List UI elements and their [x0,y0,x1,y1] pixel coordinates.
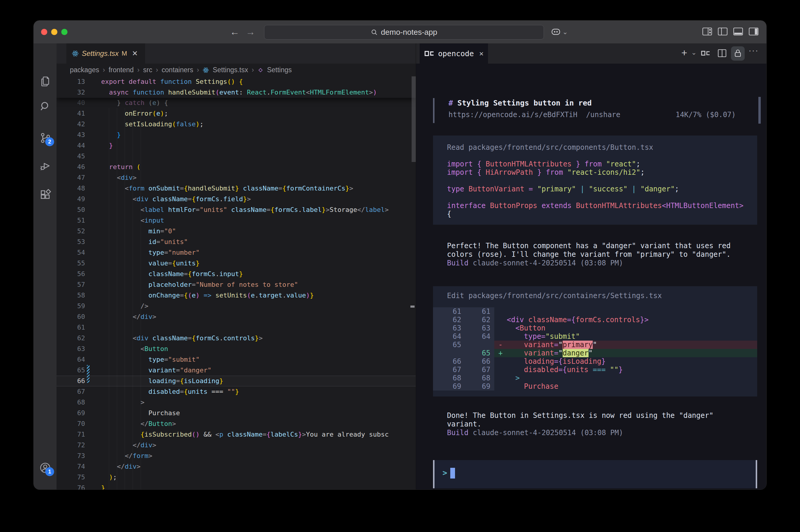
close-window-button[interactable] [41,29,47,35]
code-line[interactable]: 41 onError(e); [56,108,416,119]
code-line[interactable]: 68 > [56,397,416,408]
code-line[interactable]: 50 <label htmlFor="units" className={for… [56,205,416,215]
run-debug-icon[interactable] [39,160,51,172]
tab-opencode[interactable]: opencode ✕ [420,43,488,63]
code-line[interactable]: 69 Purchase [56,408,416,418]
chevron-down-icon[interactable]: ⌄ [562,28,568,36]
code-line[interactable]: 51 <input [56,215,416,226]
tab-settings-tsx[interactable]: Settings.tsx M ✕ [66,43,145,63]
tab-modified-badge: M [122,50,127,57]
code-line[interactable]: 58 onChange={(e) => setUnits(e.target.va… [56,290,416,301]
code-line[interactable]: 63 <Button [56,344,416,354]
diff-row: 6161 [433,307,757,316]
code-line[interactable]: 40 } catch (e) { [56,97,416,108]
code-line[interactable]: 76} [56,483,416,490]
editor-scrollbar[interactable] [412,76,416,162]
diff-row: 6666 loading={isLoading} [433,357,757,365]
accounts-icon[interactable]: 1 [39,462,51,474]
code-line[interactable]: 67 disabled={units === ""} [56,386,416,397]
code-line[interactable]: 75 ); [56,472,416,483]
copilot-icon[interactable] [551,27,561,37]
breadcrumb-item[interactable]: packages [70,66,99,74]
opencode-panel: opencode ✕ + ⌄ ··· # Styling Settings bu… [416,43,766,490]
scm-badge: 2 [45,137,54,146]
breadcrumb-item[interactable]: containers [162,66,193,74]
source-control-icon[interactable]: 2 [39,132,51,144]
panel-tab-close-icon[interactable]: ✕ [479,49,483,58]
search-icon [371,29,378,36]
breadcrumb-item[interactable]: Settings [267,66,292,74]
code-line[interactable]: 48 <form onSubmit={handleSubmit} classNa… [56,183,416,194]
diff-row: 6262<div className={formCs.controls}> [433,316,757,324]
search-sidebar-icon[interactable] [39,100,51,112]
session-title: # Styling Settings button in red [448,99,592,107]
split-editor-icon[interactable] [718,49,727,57]
code-line[interactable]: 59 /> [56,301,416,311]
breadcrumb-item[interactable]: src [143,66,152,74]
code-line[interactable]: 62 <div className={formCs.controls}> [56,333,416,344]
extensions-icon[interactable] [39,189,51,201]
forward-icon[interactable]: → [246,26,255,37]
breadcrumb-item[interactable]: frontend [109,66,133,74]
zoom-window-button[interactable] [61,29,68,35]
explorer-icon[interactable] [39,75,51,88]
panel-more-actions-icon[interactable]: ··· [748,46,759,55]
sticky-scroll: 13export default function Settings() {32… [56,76,416,98]
code-line[interactable]: 54 type="number" [56,247,416,258]
back-icon[interactable]: ← [230,26,239,37]
gutter-modified-indicator [87,365,90,383]
tab-close-icon[interactable]: ✕ [132,49,138,58]
toggle-primary-sidebar-icon[interactable] [718,27,728,36]
code-lines: 40 } catch (e) {41 onError(e);42 setIsLo… [56,97,416,490]
prompt-input[interactable]: > [433,460,757,488]
code-line[interactable]: 65 variant="danger" [56,365,416,376]
lock-icon[interactable] [734,49,742,58]
code-line[interactable]: 13export default function Settings() { [56,76,416,87]
command-center-search[interactable]: demo-notes-app [264,25,544,40]
code-line[interactable]: 56 className={formCs.input} [56,269,416,279]
code-line[interactable]: 73 </form> [56,451,416,461]
code-line[interactable]: 57 placeholder="Number of notes to store… [56,279,416,290]
message-line: variant. [447,420,713,429]
code-line[interactable]: 60 </div> [56,311,416,322]
code-line[interactable]: 71 {isSubscribed() && <p className={labe… [56,429,416,440]
react-file-icon [72,50,79,57]
code-line[interactable]: 43 } [56,130,416,140]
code-line[interactable]: 55 value={units} [56,258,416,269]
code-line[interactable]: 47 <div> [56,172,416,183]
code-line[interactable]: 74 </div> [56,461,416,472]
code-line[interactable]: 70 </Button> [56,418,416,429]
toggle-secondary-sidebar-icon[interactable] [748,27,759,36]
toggle-panel-icon[interactable] [733,27,743,36]
code-line[interactable]: 44 } [56,140,416,151]
breadcrumb[interactable]: packages› frontend› src› containers› Set… [56,63,416,76]
diff-row: 6767 disabled={units === ""} [433,365,757,374]
message-line: colors (rose). I'll change the variant f… [447,250,731,259]
minimize-window-button[interactable] [51,29,57,35]
code-line[interactable]: 42 setIsLoading(false); [56,119,416,130]
code-line[interactable]: 49 <div className={formCs.field}> [56,194,416,205]
code-line[interactable]: 53 id="units" [56,236,416,247]
overview-ruler-mark [410,306,414,308]
session-share-url[interactable]: https://opencode.ai/s/eBdFXTiH /unshare [448,111,620,119]
breadcrumb-item[interactable]: Settings.tsx [212,66,248,74]
opencode-action-icon[interactable] [701,50,710,57]
chevron-down-icon[interactable]: ⌄ [691,49,696,56]
code-line[interactable]: 46 return ( [56,162,416,172]
accounts-badge: 1 [45,467,54,476]
diff-view: 61616262<div className={formCs.controls}… [433,307,757,391]
code-line[interactable]: 64 type="submit" [56,354,416,365]
code-line[interactable]: 52 min="0" [56,226,416,236]
chat-scrollbar[interactable] [758,97,761,124]
code-line[interactable]: 66 loading={isLoading} [56,376,416,386]
code-editor[interactable]: 40 } catch (e) {41 onError(e);42 setIsLo… [56,76,416,490]
code-line[interactable]: 61 [56,322,416,333]
tui-code-line [447,152,744,160]
code-line[interactable]: 32 async function handleSubmit(event: Re… [56,87,416,98]
code-line[interactable]: 72 </div> [56,440,416,451]
edit-tool-card: Edit packages/frontend/src/containers/Se… [433,286,757,397]
customize-layout-icon[interactable] [702,27,712,36]
new-session-icon[interactable]: + [681,47,687,59]
search-value: demo-notes-app [381,27,437,37]
code-line[interactable]: 45 [56,151,416,162]
